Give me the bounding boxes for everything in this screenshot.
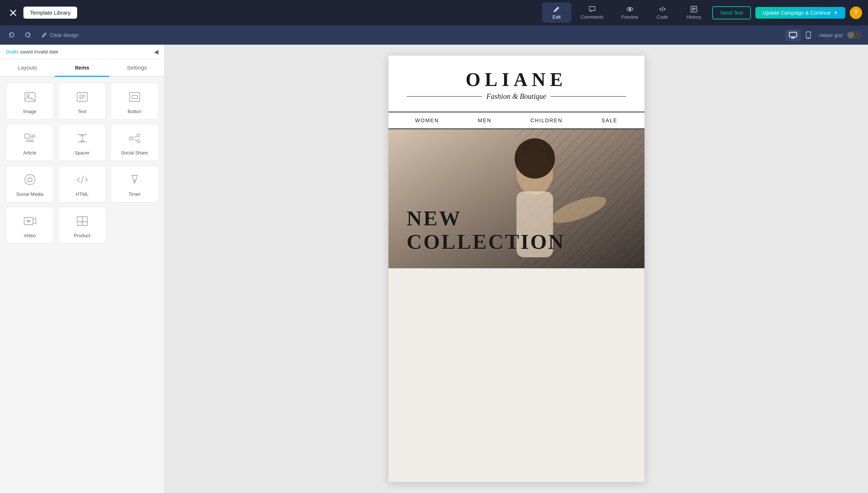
svg-rect-23 [25, 134, 29, 138]
brand-name: OLIANE [407, 70, 626, 89]
item-video[interactable]: Video [6, 207, 54, 244]
brand-sub: Fashion & Boutique [407, 92, 626, 101]
item-image[interactable]: Image [6, 83, 54, 120]
svg-rect-47 [77, 222, 82, 225]
button-icon [128, 90, 141, 105]
top-bar: Template Library Edit Comments Preview [0, 0, 868, 26]
svg-point-33 [129, 137, 132, 140]
drafts-bar: Drafts saved Invalid date ◀ [0, 45, 164, 59]
svg-rect-48 [82, 222, 87, 225]
collapse-panel-button[interactable]: ◀ [154, 48, 158, 55]
items-grid: Image Text [0, 77, 164, 250]
nav-sale: SALE [601, 117, 617, 123]
hero-background: NEW COLLECTION [388, 129, 645, 268]
item-product-label: Product [74, 233, 90, 238]
tab-edit[interactable]: Edit [542, 3, 571, 23]
article-icon [23, 132, 37, 146]
item-html-label: HTML [76, 191, 89, 197]
svg-point-34 [137, 140, 140, 143]
svg-point-37 [25, 175, 35, 185]
brand-line-left [407, 96, 482, 97]
item-social-media[interactable]: Social Media [6, 165, 54, 202]
social-media-icon [23, 173, 37, 188]
svg-line-36 [132, 139, 137, 141]
item-spacer[interactable]: Spacer [58, 124, 106, 161]
panel-tabs: Layouts Items Settings [0, 59, 164, 77]
text-icon [76, 90, 89, 105]
nav-men: MEN [478, 117, 492, 123]
brand-line-right [551, 96, 626, 97]
item-button-label: Button [128, 109, 142, 114]
template-library-button[interactable]: Template Library [23, 7, 77, 19]
item-timer-label: Timer [128, 191, 140, 197]
svg-point-55 [515, 138, 555, 179]
close-button[interactable] [6, 5, 20, 20]
tab-items[interactable]: Items [55, 59, 110, 77]
drafts-link[interactable]: Drafts [6, 49, 19, 55]
image-icon [23, 90, 37, 105]
item-text[interactable]: Text [58, 83, 106, 120]
item-article[interactable]: Article [6, 124, 54, 161]
helper-grid-toggle[interactable] [847, 31, 862, 39]
mobile-view-button[interactable] [802, 29, 815, 41]
main-layout: Drafts saved Invalid date ◀ Layouts Item… [0, 45, 868, 493]
undo-button[interactable] [6, 29, 18, 41]
tab-preview[interactable]: Preview [613, 3, 646, 23]
svg-point-4 [629, 8, 631, 10]
nav-children: CHILDREN [530, 117, 563, 123]
tab-settings[interactable]: Settings [109, 59, 164, 77]
tab-history[interactable]: History [679, 3, 709, 23]
item-image-label: Image [23, 109, 36, 114]
svg-marker-44 [27, 220, 31, 223]
tab-layouts[interactable]: Layouts [0, 59, 55, 77]
item-button[interactable]: Button [110, 83, 158, 120]
nav-right-actions: Send Test Update Campaign & Continue ▼ ? [712, 6, 862, 19]
svg-point-38 [28, 178, 32, 182]
left-panel: Drafts saved Invalid date ◀ Layouts Item… [0, 45, 165, 493]
item-article-label: Article [23, 150, 36, 156]
svg-rect-45 [77, 217, 82, 222]
device-buttons [785, 29, 815, 41]
email-canvas: OLIANE Fashion & Boutique WOMEN MEN CHIL… [388, 56, 645, 482]
clear-design-button[interactable]: Clear design [38, 30, 82, 40]
item-spacer-label: Spacer [75, 150, 90, 156]
svg-point-16 [27, 94, 29, 97]
chevron-down-icon: ▼ [834, 10, 838, 15]
help-button[interactable]: ? [850, 7, 862, 19]
item-timer[interactable]: Timer [110, 165, 158, 202]
item-product[interactable]: Product [58, 207, 106, 244]
product-icon [76, 214, 89, 229]
spacer-icon [76, 132, 89, 146]
desktop-view-button[interactable] [785, 29, 801, 41]
item-video-label: Video [24, 233, 36, 238]
svg-line-5 [662, 7, 663, 11]
social-share-icon [128, 132, 141, 146]
send-test-button[interactable]: Send Test [712, 6, 751, 19]
html-icon [76, 173, 89, 188]
video-icon [23, 214, 37, 229]
nav-tabs: Edit Comments Preview Code [542, 3, 710, 23]
nav-women: WOMEN [415, 117, 439, 123]
svg-rect-21 [129, 93, 140, 101]
svg-rect-46 [82, 217, 87, 222]
email-header: OLIANE Fashion & Boutique [388, 56, 645, 112]
update-campaign-button[interactable]: Update Campaign & Continue ▼ [755, 7, 845, 19]
second-bar: Clear design Helper grid [0, 26, 868, 45]
tab-comments[interactable]: Comments [573, 3, 612, 23]
item-html[interactable]: HTML [58, 165, 106, 202]
email-hero: NEW COLLECTION [388, 129, 645, 268]
tab-code[interactable]: Code [648, 3, 677, 23]
svg-rect-22 [132, 96, 138, 98]
canvas-area[interactable]: OLIANE Fashion & Boutique WOMEN MEN CHIL… [165, 45, 868, 493]
redo-button[interactable] [22, 29, 34, 41]
svg-rect-10 [789, 32, 797, 37]
svg-line-35 [132, 136, 137, 138]
saved-status: saved Invalid date [20, 49, 59, 55]
helper-grid-label: Helper grid [819, 33, 842, 38]
svg-point-32 [137, 134, 140, 137]
item-social-share[interactable]: Social Share [110, 124, 158, 161]
item-text-label: Text [78, 109, 87, 114]
svg-line-40 [81, 176, 83, 183]
hero-text: NEW COLLECTION [407, 207, 565, 254]
svg-rect-2 [589, 7, 595, 11]
